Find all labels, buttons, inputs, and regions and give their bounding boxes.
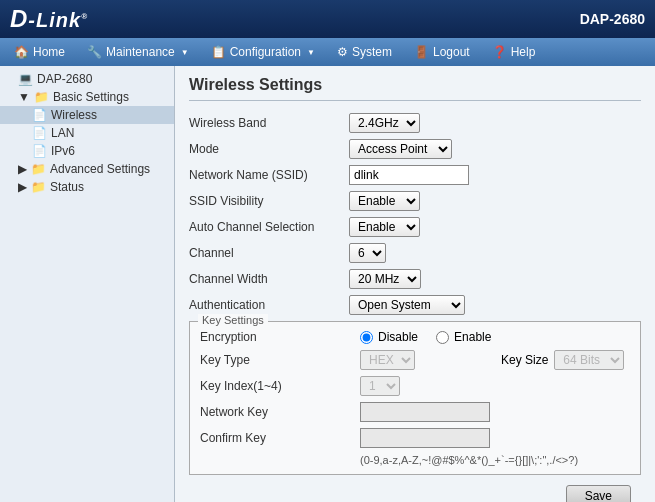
channel-select[interactable]: 6 (349, 243, 386, 263)
key-settings-box: Key Settings Encryption Disable Enable (189, 321, 641, 475)
nav-system[interactable]: ⚙ System (327, 40, 402, 64)
ssid-label: Network Name (SSID) (189, 168, 349, 182)
nav-help[interactable]: ❓ Help (482, 40, 546, 64)
wireless-band-select[interactable]: 2.4GHz 5GHz (349, 113, 420, 133)
wireless-band-label: Wireless Band (189, 116, 349, 130)
sidebar-item-basic-settings[interactable]: ▼ 📁 Basic Settings (0, 88, 174, 106)
encryption-disable-text: Disable (378, 330, 418, 344)
mode-control: Access Point WDS WDS with AP (349, 139, 452, 159)
channel-label: Channel (189, 246, 349, 260)
network-key-input[interactable] (360, 402, 490, 422)
sidebar-item-status[interactable]: ▶ 📁 Status (0, 178, 174, 196)
system-icon: ⚙ (337, 45, 348, 59)
device-icon: 💻 (18, 72, 33, 86)
encryption-row: Encryption Disable Enable (200, 330, 630, 344)
network-key-control (360, 402, 490, 422)
nav-home[interactable]: 🏠 Home (4, 40, 75, 64)
key-size-select[interactable]: 64 Bits 128 Bits (554, 350, 624, 370)
footer: Save (189, 485, 641, 502)
logo-tm: ® (81, 12, 88, 21)
configuration-arrow: ▼ (307, 48, 315, 57)
expand-advanced-icon: ▶ (18, 162, 27, 176)
wireless-band-control: 2.4GHz 5GHz (349, 113, 420, 133)
confirm-key-row: Confirm Key (200, 428, 630, 448)
channel-width-row: Channel Width 20 MHz 40 MHz Auto (189, 269, 641, 289)
ssid-row: Network Name (SSID) (189, 165, 641, 185)
key-index-row: Key Index(1~4) 1 2 3 4 (200, 376, 630, 396)
key-type-row: Key Type HEX ASCII Key Size 64 Bits 128 … (200, 350, 630, 370)
nav-configuration[interactable]: 📋 Configuration ▼ (201, 40, 325, 64)
key-settings-legend: Key Settings (198, 314, 268, 326)
model-number: DAP-2680 (580, 11, 645, 27)
nav-maintenance-label: Maintenance (106, 45, 175, 59)
channel-width-select[interactable]: 20 MHz 40 MHz Auto (349, 269, 421, 289)
expand-icon: ▼ (18, 90, 30, 104)
logo-link: -Link (28, 9, 81, 31)
confirm-key-input[interactable] (360, 428, 490, 448)
key-index-control: 1 2 3 4 (360, 376, 400, 396)
sidebar: 💻 DAP-2680 ▼ 📁 Basic Settings 📄 Wireless… (0, 66, 175, 502)
encryption-enable-radio[interactable] (436, 331, 449, 344)
encryption-control: Disable Enable (360, 330, 503, 344)
network-key-row: Network Key (200, 402, 630, 422)
expand-status-icon: ▶ (18, 180, 27, 194)
doc-lan-icon: 📄 (32, 126, 47, 140)
ssid-control (349, 165, 469, 185)
sidebar-item-lan[interactable]: 📄 LAN (0, 124, 174, 142)
save-button[interactable]: Save (566, 485, 631, 502)
mode-select[interactable]: Access Point WDS WDS with AP (349, 139, 452, 159)
maintenance-icon: 🔧 (87, 45, 102, 59)
sidebar-status-label: Status (50, 180, 84, 194)
sidebar-ipv6-label: IPv6 (51, 144, 75, 158)
sidebar-item-dap2680[interactable]: 💻 DAP-2680 (0, 70, 174, 88)
sidebar-lan-label: LAN (51, 126, 74, 140)
header: D-Link® DAP-2680 (0, 0, 655, 38)
authentication-select[interactable]: Open System WPA-Personal WPA-Enterprise (349, 295, 465, 315)
auto-channel-label: Auto Channel Selection (189, 220, 349, 234)
help-icon: ❓ (492, 45, 507, 59)
encryption-disable-radio[interactable] (360, 331, 373, 344)
configuration-icon: 📋 (211, 45, 226, 59)
nav-help-label: Help (511, 45, 536, 59)
channel-control: 6 (349, 243, 386, 263)
key-index-select[interactable]: 1 2 3 4 (360, 376, 400, 396)
confirm-key-label: Confirm Key (200, 431, 360, 445)
channel-row: Channel 6 (189, 243, 641, 263)
sidebar-wireless-label: Wireless (51, 108, 97, 122)
sidebar-item-ipv6[interactable]: 📄 IPv6 (0, 142, 174, 160)
confirm-key-control (360, 428, 490, 448)
sidebar-item-advanced-settings[interactable]: ▶ 📁 Advanced Settings (0, 160, 174, 178)
nav-configuration-label: Configuration (230, 45, 301, 59)
network-key-label: Network Key (200, 405, 360, 419)
wireless-band-row: Wireless Band 2.4GHz 5GHz (189, 113, 641, 133)
hint-text: (0-9,a-z,A-Z,~!@#$%^&*()_+`-={}[]|\;':",… (360, 454, 630, 466)
ssid-visibility-select[interactable]: Enable Disable (349, 191, 420, 211)
nav-maintenance[interactable]: 🔧 Maintenance ▼ (77, 40, 199, 64)
key-type-label: Key Type (200, 353, 360, 367)
nav-logout[interactable]: 🚪 Logout (404, 40, 480, 64)
authentication-row: Authentication Open System WPA-Personal … (189, 295, 641, 315)
key-type-select[interactable]: HEX ASCII (360, 350, 415, 370)
auto-channel-select[interactable]: Enable Disable (349, 217, 420, 237)
encryption-enable-text: Enable (454, 330, 491, 344)
encryption-disable-label[interactable]: Disable (360, 330, 418, 344)
folder-basic-icon: 📁 (34, 90, 49, 104)
page-title: Wireless Settings (189, 76, 641, 101)
logout-icon: 🚪 (414, 45, 429, 59)
ssid-visibility-label: SSID Visibility (189, 194, 349, 208)
mode-row: Mode Access Point WDS WDS with AP (189, 139, 641, 159)
key-size-label: Key Size (501, 353, 548, 367)
channel-width-label: Channel Width (189, 272, 349, 286)
channel-width-control: 20 MHz 40 MHz Auto (349, 269, 421, 289)
ssid-input[interactable] (349, 165, 469, 185)
maintenance-arrow: ▼ (181, 48, 189, 57)
encryption-enable-label[interactable]: Enable (436, 330, 491, 344)
ssid-visibility-row: SSID Visibility Enable Disable (189, 191, 641, 211)
sidebar-item-wireless[interactable]: 📄 Wireless (0, 106, 174, 124)
key-type-control: HEX ASCII Key Size 64 Bits 128 Bits (360, 350, 624, 370)
authentication-control: Open System WPA-Personal WPA-Enterprise (349, 295, 465, 315)
nav-logout-label: Logout (433, 45, 470, 59)
content-area: Wireless Settings Wireless Band 2.4GHz 5… (175, 66, 655, 502)
home-icon: 🏠 (14, 45, 29, 59)
sidebar-advanced-label: Advanced Settings (50, 162, 150, 176)
